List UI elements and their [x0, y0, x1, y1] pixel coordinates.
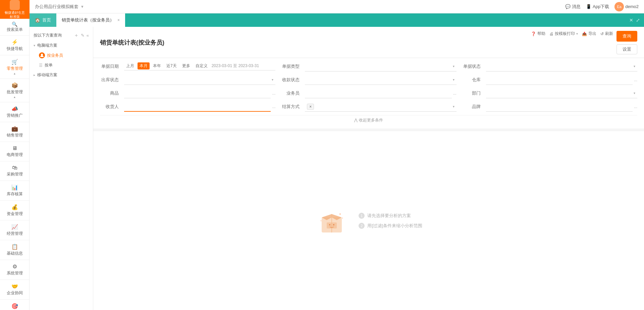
goods-dots[interactable]: ... [271, 91, 275, 96]
goods-label: 商品 [100, 90, 119, 96]
payment-label: 结算方式 [281, 104, 300, 110]
sidebar-item-retail[interactable]: 🛒 零售管理 ▲ [0, 55, 29, 79]
brand-input[interactable] [486, 102, 633, 112]
refresh-btn[interactable]: ↺ 刷新 [600, 31, 613, 37]
date-label: 单据日期 [100, 63, 119, 69]
help-icon: ❓ [531, 32, 536, 36]
finance-icon: 💰 [11, 204, 18, 210]
warehouse-label: 仓库 [462, 77, 481, 83]
pay-select[interactable]: ▾ [305, 75, 456, 85]
empty-text: 1 请先选择要分析的方案 2 用[过滤]条件来缩小分析范围 [359, 213, 422, 229]
right-panel: 销货单统计表(按业务员) ❓ 帮助 🖨 按模板打印 ▾ [93, 27, 644, 310]
date-tab-custom[interactable]: 自定义 [194, 62, 210, 69]
receiver-input[interactable] [124, 102, 271, 112]
sidebar-item-system[interactable]: ⚙ 系统管理 [0, 260, 29, 280]
page-action-group: ❓ 帮助 🖨 按模板打印 ▾ 📤 导出 [531, 31, 637, 54]
maximize-icon[interactable]: ⤢ [636, 17, 640, 23]
print-btn[interactable]: 🖨 按模板打印 ▾ [549, 31, 578, 37]
sidebar-item-marketing[interactable]: 📣 营销推广 [0, 102, 29, 122]
tab-close-btn[interactable]: × [117, 18, 120, 22]
tree-by-staff[interactable]: 按业务员 [30, 50, 93, 60]
message-btn[interactable]: 💬 消息 [565, 4, 581, 10]
app-logo[interactable]: 畅捷通好生意 标准版 [0, 0, 30, 19]
tree-mobile-parent[interactable]: ▸ 移动端方案 [30, 70, 93, 80]
out-select[interactable]: ▾ [124, 75, 275, 85]
query-button[interactable]: 查询 [616, 31, 637, 42]
tree-by-staff-label: 按业务员 [47, 53, 63, 58]
sidebar-item-purchase[interactable]: 🛍 采购管理 [0, 161, 29, 181]
type-select[interactable]: ▾ [305, 61, 456, 71]
header-actions: 💬 消息 📱 App下载 Ea demo2 [565, 2, 639, 11]
warehouse-input[interactable] [486, 75, 633, 85]
dept-select[interactable]: ▾ [486, 88, 637, 98]
sidebar-item-stock[interactable]: 📊 库存核算 [0, 181, 29, 201]
edit-scheme-btn[interactable]: ✎ [81, 33, 85, 38]
brand-dots[interactable]: ... [633, 104, 637, 109]
date-tab-7days[interactable]: 近7天 [164, 62, 179, 69]
setting-button[interactable]: 设置 [616, 44, 637, 54]
empty-step-1: 1 请先选择要分析的方案 [359, 213, 422, 219]
ecommerce-icon: 🖥 [12, 145, 17, 151]
scheme-query-label: 按以下方案查询 [34, 33, 62, 38]
help-btn[interactable]: ❓ 帮助 [531, 31, 545, 37]
sidebar-item-guide[interactable]: 🎯 新手引导 [0, 300, 29, 310]
brand-label: 品牌 [462, 104, 481, 110]
payment-tag: × [307, 104, 314, 110]
filter-row-1: 单据日期 上月 本月 本年 近7天 更多 自定义 2023-03-01 至 20… [100, 61, 637, 71]
sidebar-item-finance[interactable]: 💰 资金管理 [0, 201, 29, 220]
tab-home[interactable]: 🏠 首页 [30, 13, 56, 27]
sidebar-item-operation[interactable]: 📈 经营管理 [0, 220, 29, 240]
tree-pc-parent[interactable]: ▾ 电脑端方案 [30, 41, 93, 50]
type-arrow: ▾ [453, 64, 454, 68]
out-filter-cell: ▾ [124, 75, 275, 85]
empty-step-2: 2 用[过滤]条件来缩小分析范围 [359, 223, 422, 229]
add-scheme-btn[interactable]: ＋ [74, 32, 79, 39]
page-header: 销货单统计表(按业务员) ❓ 帮助 🖨 按模板打印 ▾ [93, 27, 644, 58]
user-profile-btn[interactable]: Ea demo2 [614, 2, 639, 11]
pay-arrow: ▾ [453, 78, 454, 82]
staff-filter-label: 业务员 [281, 90, 300, 96]
close-window-icon[interactable]: ✕ [629, 17, 633, 23]
order-list-icon: ☰ [39, 63, 43, 68]
cooperation-icon: 🤝 [11, 283, 18, 290]
app-download-btn[interactable]: 📱 App下载 [586, 4, 609, 10]
goods-input[interactable] [124, 88, 271, 98]
export-btn[interactable]: 📤 导出 [582, 31, 596, 37]
home-icon: 🏠 [35, 18, 40, 23]
svg-point-4 [339, 213, 341, 215]
collapse-bar[interactable]: ⋀ 收起更多条件 [100, 115, 637, 125]
sidebar-item-ecommerce[interactable]: 🖥 电商管理 [0, 142, 29, 161]
operation-icon: 📈 [11, 224, 18, 230]
download-icon: 📱 [586, 4, 591, 9]
step-1-text: 请先选择要分析的方案 [367, 213, 411, 219]
breadcrumb-arrow[interactable]: ▾ [81, 4, 84, 9]
sidebar-item-basic[interactable]: 📋 基础信息 [0, 240, 29, 260]
tree-by-order-label: 按单 [45, 62, 53, 68]
brand-filter-cell: ... [486, 102, 637, 112]
page-title: 销货单统计表(按业务员) [100, 39, 164, 47]
main-area: 办公用品行业模拟账套 ▾ 💬 消息 📱 App下载 Ea demo2 🏠 首页 … [30, 0, 644, 310]
status-filter-cell: ▾ [486, 61, 637, 71]
date-tab-year[interactable]: 本年 [151, 62, 163, 69]
sidebar-item-shortcut[interactable]: ⚡ 快捷导航 [0, 36, 29, 55]
collapse-panel-btn[interactable]: « [87, 33, 89, 38]
date-tab-prev-month[interactable]: 上月 [124, 62, 136, 69]
status-select[interactable]: ▾ [486, 61, 637, 71]
sidebar-item-cooperation[interactable]: 🤝 企业协同 [0, 280, 29, 300]
payment-tag-x[interactable]: × [309, 104, 312, 109]
search-menu[interactable]: 🔍 搜索菜单 [0, 19, 29, 36]
tree-by-order[interactable]: ☰ 按单 [30, 60, 93, 70]
tree-mobile-label: 移动端方案 [37, 72, 57, 78]
tab-active[interactable]: 销货单统计表（按业务员） × [56, 13, 125, 27]
svg-point-5 [342, 217, 343, 218]
date-tab-current-month[interactable]: 本月 [138, 62, 150, 69]
export-icon: 📤 [582, 32, 587, 36]
warehouse-dots[interactable]: ... [633, 78, 637, 82]
receiver-dots[interactable]: ... [271, 104, 275, 109]
date-filter-cell: 上月 本月 本年 近7天 更多 自定义 2023-03-01 至 2023-03… [124, 62, 275, 70]
date-tab-more[interactable]: 更多 [180, 62, 192, 69]
staff-dots[interactable]: ... [452, 91, 457, 96]
sidebar-item-wholesale[interactable]: 📦 批发管理 ▲ [0, 79, 29, 102]
staff-input[interactable] [305, 88, 451, 98]
sidebar-item-sales[interactable]: 💼 销售管理 [0, 122, 29, 142]
